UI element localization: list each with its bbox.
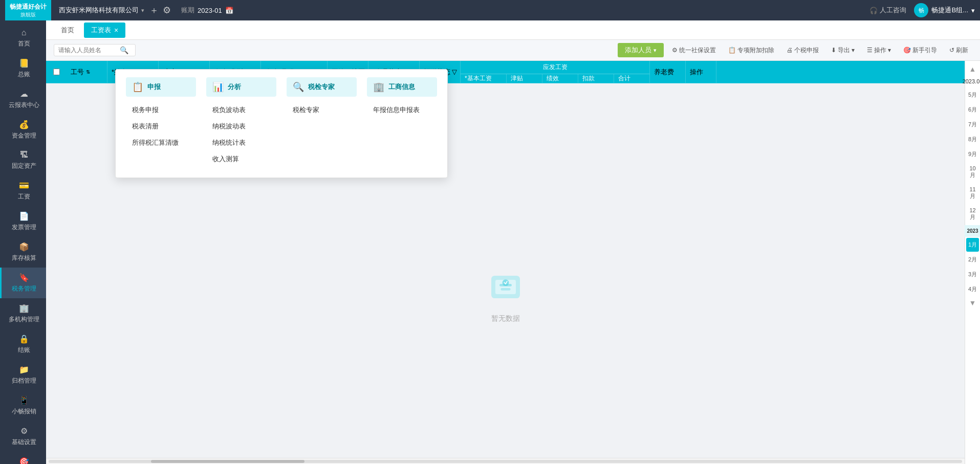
sidebar-item-guide[interactable]: 🎯 新手引导 bbox=[0, 452, 46, 464]
menu-tax-expert[interactable]: 税检专家 bbox=[287, 102, 357, 118]
sidebar-item-cloud[interactable]: ☁ 云报表中心 bbox=[0, 84, 46, 115]
month-7[interactable]: 7月 bbox=[966, 118, 979, 131]
menu-tax-declaration[interactable]: 税务申报 bbox=[126, 102, 196, 118]
content-area: 首页 工资表 × 🔍 添加人员 ▾ ⚙ 统一社保设置 📋 专项 bbox=[46, 20, 980, 464]
th-total[interactable]: 合计 bbox=[614, 74, 650, 83]
section-taxexpert-title: 税检专家 bbox=[308, 82, 335, 92]
calendar-icon[interactable]: 📅 bbox=[225, 7, 233, 14]
operations-button[interactable]: ☰ 操作 ▾ bbox=[863, 44, 895, 57]
chevron-down-icon: ▾ bbox=[141, 7, 144, 14]
sidebar-item-fund[interactable]: 💰 资金管理 bbox=[0, 115, 46, 145]
section-declaration-header: 📋 申报 bbox=[126, 77, 196, 97]
sidebar-item-label: 基础设置 bbox=[12, 438, 36, 447]
add-icon[interactable]: ＋ bbox=[149, 4, 159, 16]
home-icon: ⌂ bbox=[21, 28, 27, 37]
sidebar-item-archive[interactable]: 📁 归档管理 bbox=[0, 360, 46, 390]
select-all-checkbox[interactable] bbox=[53, 69, 60, 75]
th-pension[interactable]: 养老费 bbox=[650, 61, 686, 83]
ledger-icon: 📒 bbox=[19, 58, 29, 68]
month-6[interactable]: 6月 bbox=[966, 103, 979, 117]
tab-salary-table[interactable]: 工资表 × bbox=[84, 23, 125, 38]
scroll-up-icon[interactable]: ▲ bbox=[968, 63, 978, 75]
horizontal-scrollbar[interactable] bbox=[46, 458, 965, 464]
sidebar-item-ledger[interactable]: 📒 总账 bbox=[0, 53, 46, 84]
month-9[interactable]: 9月 bbox=[966, 147, 979, 161]
menu-tax-table-list[interactable]: 税表清册 bbox=[126, 118, 196, 135]
section-declaration-title: 申报 bbox=[147, 82, 161, 92]
declaration-icon: 📋 bbox=[132, 81, 143, 93]
section-declaration: 📋 申报 税务申报 税表清册 所得税汇算清缴 bbox=[126, 77, 196, 167]
menu-tax-statistics[interactable]: 纳税统计表 bbox=[206, 135, 276, 151]
sidebar-item-label: 资金管理 bbox=[12, 131, 36, 140]
month-5[interactable]: 5月 bbox=[966, 88, 979, 102]
special-deduction-button[interactable]: 📋 专项附加扣除 bbox=[724, 44, 778, 57]
menu-income-calculation[interactable]: 收入测算 bbox=[206, 151, 276, 167]
sidebar-item-tax[interactable]: 🔖 税务管理 bbox=[0, 268, 46, 298]
th-salary[interactable]: *基本工资 bbox=[461, 74, 507, 83]
social-security-button[interactable]: ⚙ 统一社保设置 bbox=[668, 44, 720, 57]
salary-icon: 💳 bbox=[19, 181, 29, 190]
th-performance[interactable]: 绩效 bbox=[542, 74, 578, 83]
guide-button[interactable]: 🎯 新手引导 bbox=[899, 44, 941, 57]
add-person-button[interactable]: 添加人员 ▾ bbox=[618, 43, 664, 57]
menu-tax-wave[interactable]: 纳税波动表 bbox=[206, 118, 276, 135]
ops-dropdown-icon: ▾ bbox=[888, 47, 891, 54]
th-id[interactable]: 工号⇅ bbox=[67, 61, 107, 83]
month-12[interactable]: 12月 bbox=[965, 204, 980, 224]
personal-tax-button[interactable]: 🖨 个税申报 bbox=[782, 44, 823, 57]
period-value: 2023-01 bbox=[198, 7, 222, 14]
user-info[interactable]: 畅 畅捷通B组... ▾ bbox=[914, 3, 975, 17]
menu-annual-report[interactable]: 年报信息申报表 bbox=[367, 102, 437, 118]
special-deduction-icon: 📋 bbox=[728, 47, 736, 54]
month-1[interactable]: 1月 bbox=[966, 238, 979, 252]
sidebar-item-multi[interactable]: 🏢 多机构管理 bbox=[0, 298, 46, 329]
month-3[interactable]: 3月 bbox=[966, 268, 979, 281]
personal-tax-label: 个税申报 bbox=[794, 46, 819, 55]
scrollbar-track bbox=[49, 460, 962, 463]
sidebar-item-xiaochangs[interactable]: 📱 小畅报销 bbox=[0, 390, 46, 421]
service-button[interactable]: 🎧 人工咨询 bbox=[869, 6, 906, 15]
export-dropdown-icon: ▾ bbox=[852, 47, 855, 54]
sidebar-item-settings[interactable]: ⚙ 基础设置 bbox=[0, 421, 46, 452]
company-name: 西安虾米网络科技有限公司 bbox=[59, 6, 139, 15]
tab-home[interactable]: 首页 bbox=[54, 23, 81, 38]
scroll-down-icon[interactable]: ▼ bbox=[968, 297, 978, 308]
th-checkbox[interactable] bbox=[46, 61, 67, 83]
month-8[interactable]: 8月 bbox=[966, 132, 979, 146]
analysis-icon: 📊 bbox=[212, 81, 224, 93]
tab-close-icon[interactable]: × bbox=[114, 26, 118, 34]
sidebar-item-label: 云报表中心 bbox=[9, 101, 39, 109]
inventory-icon: 📦 bbox=[19, 242, 29, 252]
sidebar-item-invoice[interactable]: 📄 发票管理 bbox=[0, 206, 46, 237]
search-input[interactable] bbox=[58, 47, 120, 54]
month-10[interactable]: 10月 bbox=[965, 162, 980, 182]
sidebar-item-label: 工资 bbox=[18, 192, 30, 201]
sidebar-item-home[interactable]: ⌂ 首页 bbox=[0, 23, 46, 53]
right-panel: ▲ 2023.01 5月 6月 7月 8月 9月 10月 11月 12月 202… bbox=[965, 61, 980, 464]
export-button[interactable]: ⬇ 导出 ▾ bbox=[827, 44, 859, 57]
sidebar-item-salary[interactable]: 💳 工资 bbox=[0, 175, 46, 206]
scrollbar-thumb[interactable] bbox=[151, 460, 304, 463]
sidebar-item-label: 固定资产 bbox=[12, 162, 36, 170]
month-11[interactable]: 11月 bbox=[965, 183, 980, 203]
month-2[interactable]: 2月 bbox=[966, 253, 979, 267]
operations-icon: ☰ bbox=[867, 47, 873, 54]
month-4[interactable]: 4月 bbox=[966, 282, 979, 296]
refresh-button[interactable]: ↺ 刷新 bbox=[945, 44, 972, 57]
sidebar-item-closing[interactable]: 🔒 结账 bbox=[0, 329, 46, 360]
settings-icon[interactable]: ⚙ bbox=[163, 5, 171, 16]
empty-text: 暂无数据 bbox=[491, 314, 520, 323]
sidebar-item-assets[interactable]: 🏗 固定资产 bbox=[0, 145, 46, 175]
th-allowance[interactable]: 津贴 bbox=[507, 74, 542, 83]
th-ops[interactable]: 操作 bbox=[686, 61, 716, 83]
empty-icon bbox=[485, 266, 526, 306]
sidebar-item-inventory[interactable]: 📦 库存核算 bbox=[0, 237, 46, 268]
section-analysis: 📊 分析 税负波动表 纳税波动表 纳税统计表 收入测算 bbox=[206, 77, 276, 167]
th-deduction[interactable]: 扣款 bbox=[578, 74, 614, 83]
sidebar-item-label: 发票管理 bbox=[12, 223, 36, 232]
svg-point-4 bbox=[502, 279, 509, 286]
company-selector[interactable]: 西安虾米网络科技有限公司 ▾ bbox=[59, 6, 144, 15]
menu-income-tax-settlement[interactable]: 所得税汇算清缴 bbox=[126, 135, 196, 151]
menu-tax-burden-wave[interactable]: 税负波动表 bbox=[206, 102, 276, 118]
search-icon: 🔍 bbox=[120, 46, 128, 54]
